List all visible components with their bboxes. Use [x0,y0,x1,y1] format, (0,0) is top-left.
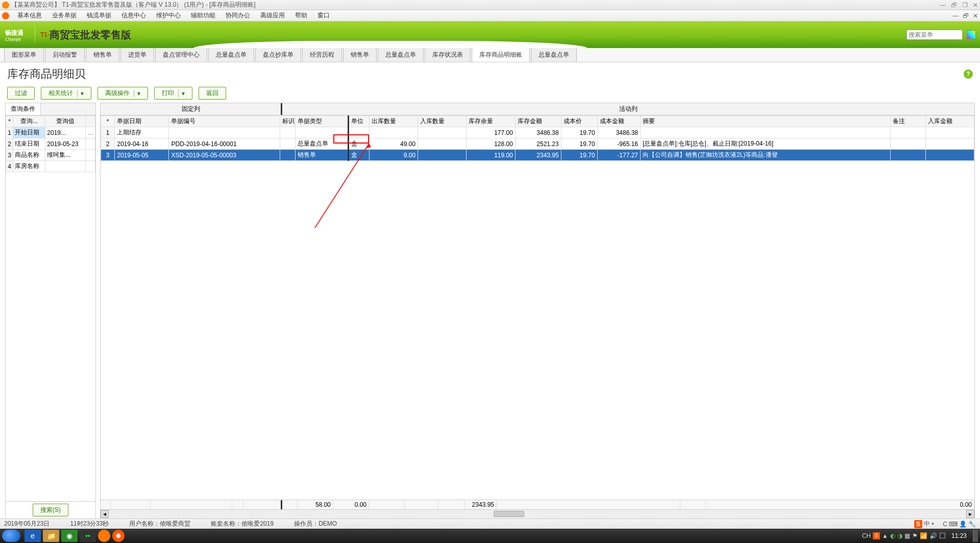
document-tab[interactable]: 盘点管理中心 [155,48,207,62]
theme-color-icon[interactable] [967,30,976,39]
tray-sogou-icon[interactable]: S [873,532,880,539]
filter-row[interactable]: 4库房名称 [6,161,95,172]
filter-row[interactable]: 3商品名称维呵集... [6,150,95,161]
print-button[interactable]: 打印▾ [154,87,192,100]
col-date[interactable]: 单据日期 [115,116,169,127]
sidebar-tab-query[interactable]: 查询条件 [6,103,41,115]
menu-item[interactable]: 基本信息 [12,11,47,20]
tray-icon[interactable]: 🞎 [939,532,945,539]
menu-item[interactable]: 协同办公 [220,11,255,20]
status-operator: 操作员：DEMO [294,520,337,528]
taskbar-browser-icon[interactable]: ◉ [61,530,78,542]
document-tab[interactable]: 总量盘点单 [208,48,254,62]
taskbar-explorer-icon[interactable]: 📁 [43,530,59,542]
related-stats-button[interactable]: 相关统计▾ [41,87,91,100]
dropdown-icon[interactable]: ▾ [178,90,185,97]
tray-network-icon[interactable]: 📶 [920,532,927,539]
col-summary[interactable]: 摘要 [641,116,891,127]
document-tab[interactable]: 销售单 [86,48,119,62]
table-row[interactable]: 22019-04-16PDD-2019-04-16-00001总量盘点单盒49.… [101,138,974,150]
menu-item[interactable]: 钱流单据 [82,11,116,20]
data-grid[interactable]: * 单据日期 单据编号 标识 单据类型 单位 出库数量 入库数量 库存余量 库存… [101,115,974,500]
totals-row: 58.00 0.00 2343.95 0.00 [101,500,974,509]
col-flag[interactable]: 标识 [280,116,296,127]
col-doc-type[interactable]: 单据类型 [296,116,349,127]
col-out-qty[interactable]: 出库数量 [369,116,418,127]
mdi-close-button[interactable]: ✕ [973,12,978,19]
menu-app-icon [2,12,9,19]
annotation-arrow [101,115,974,500]
filter-row[interactable]: 1开始日期2019...… [6,127,95,138]
document-tab[interactable]: 图形菜单 [4,48,44,62]
col-balance-qty[interactable]: 库存余量 [467,116,515,127]
menu-item[interactable]: 辅助功能 [186,11,220,20]
scroll-thumb[interactable] [494,511,524,517]
back-button[interactable]: 返回 [199,87,226,100]
document-tab[interactable]: 盘点抄库单 [255,48,301,62]
document-tab[interactable]: 销售单 [343,48,377,62]
search-button[interactable]: 搜索(S) [33,504,68,516]
col-remark[interactable]: 备注 [891,116,925,127]
menu-item[interactable]: 信息中心 [116,11,151,20]
document-tab[interactable]: 总量盘点单 [378,48,424,62]
col-in-qty[interactable]: 入库数量 [418,116,467,127]
menu-item[interactable]: 窗口 [312,11,335,20]
col-doc-no[interactable]: 单据编号 [169,116,280,127]
status-time: 11时23分33秒 [70,520,109,528]
table-row[interactable]: 32019-05-05XSD-2019-05-05-00003销售单盒9.001… [101,150,974,161]
window-title: 【某某商贸公司】 T1-商贸宝批发零售普及版（客户端 V 13.0） (1用户)… [11,1,940,9]
taskbar-ie-icon[interactable]: e [24,530,41,542]
restore2-button[interactable]: ❐ [962,2,968,9]
help-icon[interactable]: ? [964,69,973,79]
tray-icon[interactable]: ◐ [890,532,895,539]
document-tab[interactable]: 库存商品明细账 [472,48,530,62]
page-title: 库存商品明细贝 [7,66,964,82]
restore-button[interactable]: 🗗 [951,2,957,9]
scroll-left-icon[interactable]: ◂ [101,510,109,518]
menu-search-input[interactable] [906,30,963,40]
taskbar-app-icon[interactable] [98,530,110,542]
advanced-button[interactable]: 高级操作▾ [97,87,148,100]
taskbar-wechat-icon[interactable]: •• [80,530,96,542]
mdi-minimize-button[interactable]: — [952,12,959,19]
document-tab[interactable]: 经营历程 [302,48,342,62]
show-desktop-button[interactable] [973,530,978,542]
menu-item[interactable]: 维护中心 [151,11,186,20]
col-query-value: 查询值 [45,116,86,127]
menu-item[interactable]: 业务单据 [47,11,82,20]
mdi-restore-button[interactable]: 🗗 [963,12,969,19]
taskbar-clock[interactable]: 11:23 [951,532,967,539]
ime-indicator[interactable]: S 中 •ゝ C ⌨👤🔧 [914,520,976,528]
scroll-right-icon[interactable]: ▸ [966,510,974,518]
document-tab[interactable]: 启动报警 [45,48,85,62]
start-button[interactable] [2,530,20,542]
filter-button[interactable]: 过滤 [7,87,35,100]
close-button[interactable]: ✕ [973,2,978,9]
tray-icon[interactable]: ▦ [904,532,910,539]
col-balance-amt[interactable]: 库存金额 [515,116,561,127]
taskbar-app2-icon[interactable]: ✺ [112,530,125,542]
horizontal-scrollbar[interactable]: ◂ ▸ [101,509,974,518]
document-tab[interactable]: 进货单 [120,48,154,62]
col-rownum[interactable]: * [101,116,115,127]
status-bar: 2019年05月23日 11时23分33秒 用户名称：侬唯爱商贸 账套名称：侬唯… [0,518,980,529]
document-tab[interactable]: 库存状况表 [425,48,471,62]
table-row[interactable]: 1上期结存177.003486.3819.703486.38 [101,127,974,138]
tray-lang[interactable]: CH [862,532,871,539]
document-tab[interactable]: 总量盘点单 [531,48,577,62]
col-cost[interactable]: 成本价 [561,116,597,127]
tray-icon[interactable]: ◑ [897,532,902,539]
filter-row[interactable]: 2结束日期2019-05-23 [6,138,95,150]
tray-volume-icon[interactable]: 🔊 [929,532,937,539]
col-in-amt[interactable]: 入库金额 [925,116,974,127]
col-unit[interactable]: 单位 [348,116,369,127]
dropdown-icon[interactable]: ▾ [134,90,140,97]
tray-icon[interactable]: ▲ [882,532,888,539]
tray-flag-icon[interactable]: ⚑ [912,532,918,539]
menu-item[interactable]: 高级应用 [255,11,290,20]
menu-item[interactable]: 帮助 [290,11,312,20]
filter-sidebar: 查询条件 * 查询... 查询值 1开始日期2019...…2结束日期2019-… [5,103,96,519]
minimize-button[interactable]: — [940,2,946,9]
col-cost-amt[interactable]: 成本金额 [597,116,640,127]
dropdown-icon[interactable]: ▾ [77,90,84,97]
